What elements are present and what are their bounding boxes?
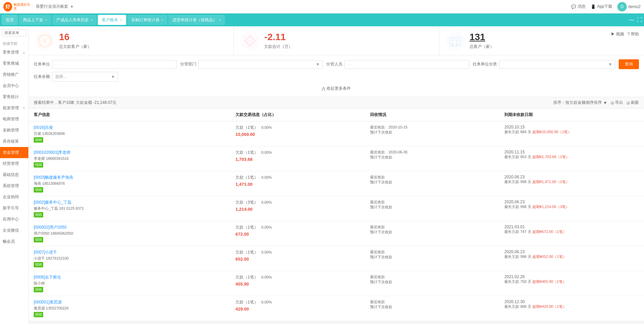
tab-home[interactable]: 首页 [2,15,18,25]
customer-phone: 用户2050 18665062050 [34,231,235,236]
sidebar-item-app-center[interactable]: 应用中心 [0,214,28,225]
query-button[interactable]: 查询 [619,59,639,69]
user-avatar-area[interactable]: D demo2 [617,2,641,11]
customer-name-link[interactable]: [0016]吕俊 [34,125,235,130]
tab-inbound-stats[interactable]: 进货单统计表（按商品） × [168,15,225,25]
dept-select[interactable]: ▼ [198,60,323,69]
help-link[interactable]: ? 帮助 [627,31,639,37]
avatar: D [617,2,627,11]
collection-info-cell: 最近收款 预计下次收款 [370,225,505,242]
sidebar-item-operations-mgmt[interactable]: 经营管理 [0,158,28,169]
svg-rect-7 [452,42,454,46]
customer-name-link[interactable]: [0006]去下粮仓 [34,274,235,280]
overdue-link[interactable]: 超期¥1,471.00（1笔） [532,180,569,184]
sidebar-item-finance-mgmt[interactable]: 资金管理 [0,147,28,158]
close-icon[interactable]: × [219,18,221,22]
debt-info-cell: 欠款（1笔） 0.00% 1,703.68 [235,150,370,168]
app-download-button[interactable]: 📱 App下载 [591,4,612,9]
sidebar-item-retail-mgmt[interactable]: 零售管理 ▲ [0,47,28,58]
search-input[interactable] [2,29,26,36]
sidebar-item-member-center[interactable]: 会员中心 [0,80,28,91]
overdue-link[interactable]: 超期¥455.90（1笔） [532,279,566,284]
tab-product-history[interactable]: 产成品入库单历史 × [52,15,97,25]
refresh-button[interactable]: ◎ 刷新 [626,100,639,106]
minimize-button[interactable]: — [629,17,634,23]
debt-info-cell: 欠款（1笔） 0.00% 1,471.00 [235,175,370,193]
result-actions: 排序：按欠款金额倒序排序 ▼ ◎ 导出 ◎ 刷新 [553,100,639,106]
customer-info-cell: [0006]去下粮仓 陈小帅 现销 [34,274,235,292]
close-icon[interactable]: × [162,18,164,22]
col-header-collection: 回收情况 [370,112,505,118]
close-icon[interactable]: × [120,18,122,22]
brand-selector[interactable]: 母婴行业演示账套 ▼ [32,4,77,9]
filter-customer-unit: 往来单位 ··· [34,60,177,69]
sidebar-item-retail-stats[interactable]: 零售统计 [0,91,28,102]
customer-phone: 吕俊 13026203696 [34,131,235,136]
overdue-link[interactable]: 超期¥1,214.00（3笔） [532,205,569,209]
manager-input[interactable]: ··· [344,60,469,69]
customer-phone: 黄思源 13552700226 [34,306,235,311]
sidebar-item-marketing[interactable]: 营销推广 [0,69,28,80]
customer-info-cell: [0002]服务中心_丁磊 服务中心_丁磊 181 0125 8371 现销 [34,200,235,217]
balance-select[interactable]: 选择... ▼ [52,72,118,82]
tab-product-shelf[interactable]: 商品上下架 × [19,15,51,25]
overdue-link[interactable]: 超期¥672.00（1笔） [532,230,566,234]
overdue-link[interactable]: 超期¥652.00（1笔） [532,255,566,259]
sidebar-item-retail-mall[interactable]: 零售商城 [0,58,28,69]
tab-purchase-order[interactable]: 采购订单统计表 × [127,15,168,25]
tab-purchase-order-label: 采购订单统计表 [131,17,160,23]
sidebar-item-enterprise-wechat[interactable]: 企业微信 [0,225,28,236]
table-row: [0007]小进千 小进千 18279152100 现销 欠款（1笔） 0.00… [29,246,644,271]
customer-name-link[interactable]: [000002]用户2050 [34,225,235,230]
logo-area: 好 畅捷通好生意 [3,2,32,11]
sidebar-item-enterprise-collab[interactable]: 企业协同 [0,192,28,203]
customer-name-link[interactable]: [0002]服务中心_丁磊 [34,200,235,205]
collection-info-cell: 最近收款 预计下次收款 [370,200,505,217]
unit-category-select[interactable]: ▼ [499,60,616,69]
tab-customer-account[interactable]: 客户账本 × [98,15,126,25]
tab-inbound-stats-label: 进货单统计表（按商品） [172,17,217,23]
sidebar-item-inventory[interactable]: 库存核算 [0,136,28,147]
close-icon[interactable]: × [91,18,93,22]
result-summary: 搜索结果中，客户16家 欠款金额 -21,148.07元 [34,100,116,106]
sidebar-item-wholesale-mgmt[interactable]: 批发管理 ▼ [0,102,28,114]
overdue-link[interactable]: 超期¥10,000.00（1笔） [532,130,571,134]
export-button[interactable]: ◎ 导出 [611,100,623,106]
col-header-debt: 欠款交易信息（占比） [235,112,370,118]
customer-name-link[interactable]: [000001]黄思源 [34,299,235,305]
sidebar-item-ecommerce-mgmt[interactable]: 电商管理 [0,114,28,125]
debt-percent: 0.00% [261,300,272,304]
customer-name-link[interactable]: [0007]小进千 [34,249,235,255]
debt-count: 欠款（1笔） [235,225,258,230]
customer-name-link[interactable]: [0003]畅捷服务尹海燕 [34,175,235,180]
video-link[interactable]: ▶ 视频 [611,31,624,37]
sidebar-item-system-mgmt[interactable]: 系统管理 [0,180,28,192]
due-date-cell: 2020.11.15 最长欠款 853 天 超期¥1,703.68（1笔） [504,150,639,168]
filter-dept: 分管部门 ▼ [180,60,323,69]
customer-info-cell: [0016]吕俊 吕俊 13026203696 现销 [34,125,235,143]
customer-name-link[interactable]: [0001020001]李老师 [34,150,235,155]
overdue-customers-icon: ¥ [35,31,54,50]
logo-text: 畅捷通好生意 [13,3,32,11]
debt-amount: 10,000.00 [235,132,370,137]
sidebar-item-vip-member[interactable]: 畅会员 [0,236,28,247]
sidebar-item-purchase-mgmt[interactable]: 采购管理 [0,125,28,136]
table-row: [000002]用户2050 用户2050 18665062050 现销 欠款（… [29,221,644,246]
overdue-link[interactable]: 超期¥1,703.68（1笔） [532,155,569,159]
sidebar-item-basic-info[interactable]: 基础信息 [0,169,28,180]
customer-unit-label: 往来单位 [34,61,50,67]
table-row: [0003]畅捷服务尹海燕 海燕 18513066976 现销 欠款（1笔） 0… [29,171,644,196]
sidebar-search-area [0,26,28,39]
messages-button[interactable]: 💬 消息 [571,4,586,9]
overdue-link[interactable]: 超期¥429.00（1笔） [532,304,566,308]
customer-unit-input[interactable]: ··· [52,60,177,69]
sort-selector[interactable]: 排序：按欠款金额倒序排序 ▼ [553,100,607,106]
stat-customers-info: 16 总欠款客户（家） [59,32,91,50]
sidebar-item-new-guide[interactable]: 新手引导 [0,203,28,214]
close-icon[interactable]: × [45,18,47,22]
maximize-button[interactable]: ⛶ [637,17,642,23]
chevron-down-icon: ▼ [111,75,115,79]
total-customers-icon [446,31,465,50]
filter-row-1: 往来单位 ··· 分管部门 ▼ 分管人员 ··· [34,59,639,69]
collapse-button[interactable]: ⋀ 收起更多条件 [34,84,639,93]
